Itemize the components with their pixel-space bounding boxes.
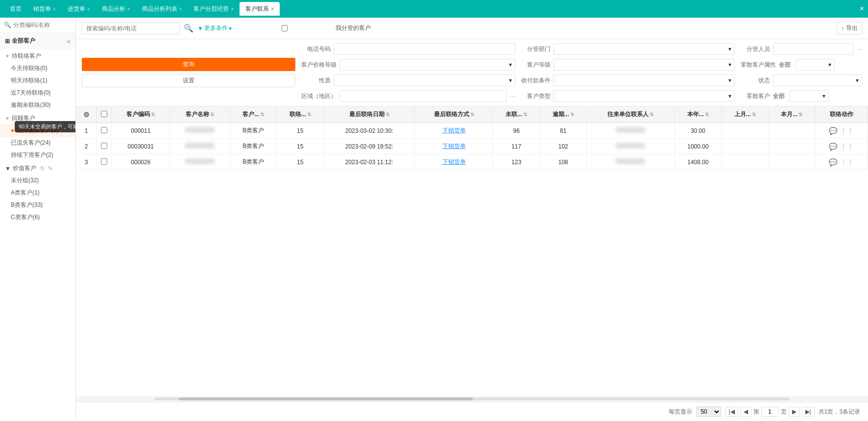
sort-uncontacted-icon[interactable]: ⇅ (523, 112, 527, 117)
gear-icon[interactable]: ⚙ (83, 111, 90, 119)
sidebar-item-declining[interactable]: 持续下滑客户(2) (0, 149, 75, 161)
row-checkbox-0[interactable] (97, 123, 112, 139)
bottom-scrollbar[interactable] (76, 396, 868, 402)
customer-grade-select[interactable]: ▾ (554, 59, 735, 71)
sort-code-icon[interactable]: ⇅ (151, 112, 155, 117)
tab-purchase[interactable]: 进货单 × (62, 2, 96, 16)
row-select-checkbox-0[interactable] (101, 127, 107, 133)
sidebar-item-unclassified[interactable]: 未分组(32) (0, 174, 75, 187)
retail-customer-prefix: 全部 (773, 92, 785, 100)
close-goods-analysis-icon[interactable]: × (127, 6, 130, 12)
tab-home[interactable]: 首页 (4, 2, 27, 16)
checkbox-header[interactable] (97, 106, 112, 123)
row-actions-0: 💬 ⋮⋮ (815, 123, 868, 139)
scroll-thumb[interactable] (179, 397, 473, 400)
select-all-checkbox[interactable] (101, 111, 107, 117)
tab-goods-analysis-list[interactable]: 商品分析列表 × (136, 2, 188, 16)
sort-name-icon[interactable]: ⇅ (210, 112, 214, 117)
retail-attr-select[interactable]: ▾ (796, 59, 835, 71)
close-purchase-icon[interactable]: × (87, 6, 90, 12)
sidebar-item-a-class[interactable]: A类客户(1) (0, 187, 75, 199)
sidebar-item-overdue-pending[interactable]: 逾期未联络(30) (0, 99, 75, 111)
last-method-link-1[interactable]: 下销货单 (442, 143, 466, 149)
sort-type-icon[interactable]: ⇅ (260, 112, 264, 117)
sort-contacts-icon[interactable]: ⇅ (307, 112, 311, 117)
person-input[interactable] (773, 43, 853, 55)
sidebar-section-pending[interactable]: ▼ 待联络客户 (0, 49, 75, 62)
next-page-button[interactable]: ▶ (789, 407, 800, 417)
chat-icon-1[interactable]: 💬 (829, 143, 837, 150)
row-checkbox-1[interactable] (97, 139, 112, 154)
page-number-input[interactable] (761, 407, 779, 417)
sidebar-search-input[interactable] (13, 22, 76, 28)
sidebar-item-week-pending[interactable]: 近7天待联络(0) (0, 87, 75, 99)
sort-this-year-icon[interactable]: ⇅ (705, 112, 709, 117)
retail-customer-select[interactable]: ▾ (790, 90, 829, 102)
region-dots-icon[interactable]: ··· (509, 92, 515, 100)
price-grade-select[interactable]: ▾ (339, 59, 515, 71)
first-page-button[interactable]: |◀ (725, 407, 738, 417)
sidebar-all-customers[interactable]: ⊞ 全部客户 « (0, 33, 75, 49)
sort-overdue-icon[interactable]: ⇅ (570, 112, 574, 117)
more-icon-0[interactable]: ⋮⋮ (840, 127, 854, 135)
sort-method-icon[interactable]: ⇅ (470, 112, 474, 117)
last-method-link-0[interactable]: 下销货单 (442, 127, 466, 134)
settings-button[interactable]: 设置 (82, 74, 295, 87)
row-select-checkbox-2[interactable] (101, 158, 107, 165)
status-select[interactable]: ▾ (773, 74, 862, 86)
row-action-icons-0: 💬 ⋮⋮ (819, 127, 865, 135)
search-button[interactable]: 🔍 (184, 24, 193, 33)
close-sales-icon[interactable]: × (53, 6, 56, 12)
tab-customer-contact[interactable]: 客户联系 × (240, 2, 280, 16)
sort-this-month-icon[interactable]: ⇅ (798, 112, 802, 117)
sidebar-item-churned[interactable]: 已流失客户(24) (0, 137, 75, 149)
person-dots-icon[interactable]: ··· (856, 45, 862, 53)
sort-person-icon[interactable]: ⇅ (650, 112, 653, 117)
customer-type-select[interactable]: ▾ (554, 90, 735, 102)
chat-icon-0[interactable]: 💬 (829, 127, 837, 135)
prev-page-button[interactable]: ◀ (740, 407, 751, 417)
close-goods-analysis-list-icon[interactable]: × (179, 6, 182, 12)
nature-select[interactable]: ▾ (334, 74, 515, 86)
window-close-icon[interactable]: × (860, 4, 864, 13)
page-size-select[interactable]: 10 20 50 100 (696, 406, 721, 417)
tab-customer-layer[interactable]: 客户分层经营 × (188, 2, 240, 16)
tab-sales[interactable]: 销货单 × (27, 2, 62, 16)
query-button[interactable]: 查询 (82, 58, 295, 71)
close-customer-layer-icon[interactable]: × (231, 6, 234, 12)
last-page-button[interactable]: ▶| (802, 407, 815, 417)
my-customers-checkbox-area[interactable]: 我分管的客户 (236, 24, 371, 32)
export-button[interactable]: ↑ 导出 (837, 22, 862, 35)
sidebar-item-c-class[interactable]: C类客户(6) (0, 211, 75, 223)
page-label-before: 第 (753, 408, 759, 416)
more-icon-1[interactable]: ⋮⋮ (840, 143, 854, 150)
sort-date-icon[interactable]: ⇅ (386, 112, 389, 117)
edit-icon[interactable]: ✎ (48, 165, 53, 172)
sidebar-section-review[interactable]: ▼ 回顾客户 90天未交易的客户，可能有流失风险。 (0, 111, 75, 124)
row-last-method-0[interactable]: 下销货单 (415, 123, 493, 139)
row-last-method-2[interactable]: 下销货单 (415, 154, 493, 170)
more-conditions-button[interactable]: ▼ 更多条件 ▾ (197, 24, 232, 32)
sidebar-item-b-class[interactable]: B类客户(33) (0, 199, 75, 211)
payment-select[interactable]: ▾ (554, 74, 735, 86)
sidebar-section-value[interactable]: ▼ 价值客户 ↻ ✎ (0, 161, 75, 174)
more-icon-2[interactable]: ⋮⋮ (840, 158, 854, 166)
last-method-link-2[interactable]: 下销货单 (442, 158, 466, 165)
search-input[interactable] (82, 23, 180, 34)
gear-header[interactable]: ⚙ (76, 106, 97, 123)
collapse-icon[interactable]: « (67, 37, 71, 45)
phone-input[interactable] (334, 43, 515, 55)
sidebar-item-today-pending[interactable]: 今天待联络(0) (0, 62, 75, 74)
tab-goods-analysis[interactable]: 商品分析 × (96, 2, 136, 16)
row-last-method-1[interactable]: 下销货单 (415, 139, 493, 154)
row-select-checkbox-1[interactable] (101, 143, 107, 149)
chat-icon-2[interactable]: 💬 (829, 158, 837, 166)
dept-select[interactable]: ▾ (554, 43, 735, 55)
refresh-icon[interactable]: ↻ (40, 165, 45, 172)
my-customers-checkbox[interactable] (236, 25, 334, 31)
close-customer-contact-icon[interactable]: × (271, 6, 274, 12)
row-checkbox-2[interactable] (97, 154, 112, 170)
sidebar-item-tomorrow-pending[interactable]: 明天待联络(1) (0, 74, 75, 87)
region-input[interactable] (339, 90, 506, 102)
sort-last-month-icon[interactable]: ⇅ (752, 112, 756, 117)
